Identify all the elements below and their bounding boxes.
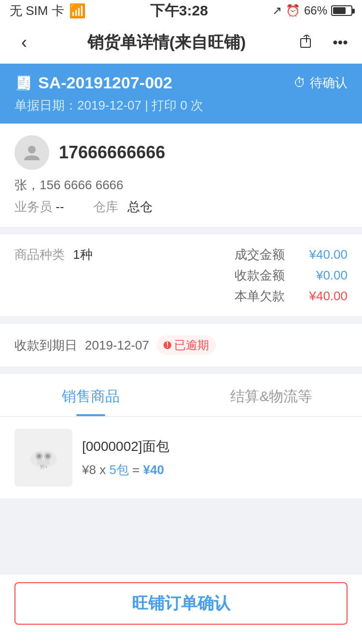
multiply-sign: x [99, 462, 109, 477]
product-price-row: ¥8 x 5包 = ¥40 [82, 462, 348, 478]
received-amount-label: 收款金额 [235, 267, 285, 284]
due-date-label: 收款到期日 [14, 337, 77, 354]
tab-settlement[interactable]: 结算&物流等 [181, 374, 362, 416]
tab-settlement-label: 结算&物流等 [230, 388, 312, 404]
tabs-bar: 销售商品 结算&物流等 [0, 374, 362, 417]
salesperson-field: 业务员 -- [14, 198, 64, 215]
product-name: [0000002]面包 [82, 437, 348, 456]
product-info: [0000002]面包 ¥8 x 5包 = ¥40 [82, 437, 348, 478]
status-clock-icon: ⏱ [293, 75, 306, 90]
confirm-order-button[interactable]: 旺铺订单确认 [14, 582, 348, 625]
salesperson-label: 业务员 [14, 199, 52, 214]
status-left: 无 SIM 卡 📶 [10, 2, 86, 19]
nav-bar: ‹ 销货单详情(来自旺铺) ••• [0, 21, 362, 64]
order-id-text: SA-20191207-002 [38, 73, 172, 92]
svg-point-2 [28, 146, 36, 154]
svg-rect-0 [301, 39, 310, 47]
page-title: 销货单详情(来自旺铺) [39, 31, 294, 54]
trade-amount-label: 成交金额 [235, 246, 285, 263]
product-logo-icon: 野+ [27, 446, 60, 470]
order-id: 🧾 SA-20191207-002 [14, 73, 172, 92]
back-button[interactable]: ‹ [10, 28, 39, 57]
order-icon: 🧾 [14, 74, 32, 91]
summary-card: 商品种类 1种 成交金额 ¥40.00 收款金额 ¥0.00 本单欠款 ¥40.… [0, 235, 362, 316]
warehouse-field: 仓库 总仓 [93, 198, 153, 215]
customer-card: 17666666666 张，156 6666 6666 业务员 -- 仓库 总仓 [0, 124, 362, 227]
avatar-icon [22, 143, 42, 162]
product-type-label: 商品种类 [14, 247, 65, 262]
more-button[interactable]: ••• [328, 30, 352, 55]
product-total: ¥40 [143, 462, 164, 477]
customer-phone: 17666666666 [59, 142, 165, 163]
trade-amount-row: 成交金额 ¥40.00 [235, 246, 348, 263]
product-type-value: 1种 [73, 247, 92, 262]
svg-text:野+: 野+ [40, 464, 48, 470]
svg-point-6 [37, 454, 41, 458]
equals-sign: = [132, 462, 143, 477]
overdue-text: 已逾期 [174, 337, 209, 353]
amount-summary: 成交金额 ¥40.00 收款金额 ¥0.00 本单欠款 ¥40.00 [235, 246, 348, 305]
product-qty: 5包 [109, 462, 128, 477]
tab-sales-products-label: 销售商品 [62, 388, 120, 404]
received-amount-value: ¥0.00 [294, 268, 348, 283]
svg-point-7 [46, 454, 50, 458]
order-status: ⏱ 待确认 [293, 74, 348, 91]
battery-icon [331, 5, 352, 16]
status-time: 下午3:28 [150, 1, 208, 21]
tab-sales-products[interactable]: 销售商品 [0, 374, 181, 416]
wifi-icon: 📶 [69, 3, 86, 19]
avatar [14, 135, 49, 170]
warehouse-label: 仓库 [93, 199, 118, 214]
debt-amount-value: ¥40.00 [294, 289, 348, 304]
debt-amount-row: 本单欠款 ¥40.00 [235, 288, 348, 305]
order-date: 单据日期：2019-12-07 | 打印 0 次 [14, 97, 348, 114]
received-amount-row: 收款金额 ¥0.00 [235, 267, 348, 284]
alarm-icon: ⏰ [286, 4, 300, 17]
product-type: 商品种类 1种 [14, 246, 93, 263]
debt-amount-label: 本单欠款 [235, 288, 285, 305]
customer-name: 张，156 6666 6666 [14, 177, 348, 194]
share-icon [299, 35, 314, 50]
salesperson-value: -- [56, 199, 64, 214]
share-button[interactable] [294, 30, 319, 55]
customer-meta: 业务员 -- 仓库 总仓 [14, 198, 348, 215]
order-status-text: 待确认 [310, 74, 348, 91]
product-thumbnail: 野+ [14, 429, 72, 487]
more-icon: ••• [333, 34, 348, 51]
trade-amount-value: ¥40.00 [294, 247, 348, 262]
product-thumb-img: 野+ [14, 429, 72, 487]
sim-label: 无 SIM 卡 [10, 2, 64, 19]
tab-underline [76, 414, 105, 416]
status-bar: 无 SIM 卡 📶 下午3:28 ↗ ⏰ 66% [0, 0, 362, 21]
product-item: 野+ [0000002]面包 ¥8 x 5包 = ¥40 [0, 417, 362, 498]
overdue-dot-icon: ! [164, 341, 171, 349]
order-header: 🧾 SA-20191207-002 ⏱ 待确认 单据日期：2019-12-07 … [0, 64, 362, 124]
battery-percentage: 66% [304, 4, 327, 17]
status-right: ↗ ⏰ 66% [272, 4, 352, 17]
bottom-btn-area: 旺铺订单确认 [0, 574, 362, 644]
back-icon: ‹ [21, 32, 27, 53]
location-icon: ↗ [272, 4, 282, 17]
due-date-card: 收款到期日 2019-12-07 ! 已逾期 [0, 324, 362, 366]
warehouse-value: 总仓 [127, 199, 153, 214]
due-date-value: 2019-12-07 [85, 338, 149, 353]
nav-actions: ••• [294, 30, 352, 55]
product-price: ¥8 [82, 462, 96, 477]
overdue-badge: ! 已逾期 [157, 336, 216, 355]
product-list: 野+ [0000002]面包 ¥8 x 5包 = ¥40 [0, 417, 362, 498]
